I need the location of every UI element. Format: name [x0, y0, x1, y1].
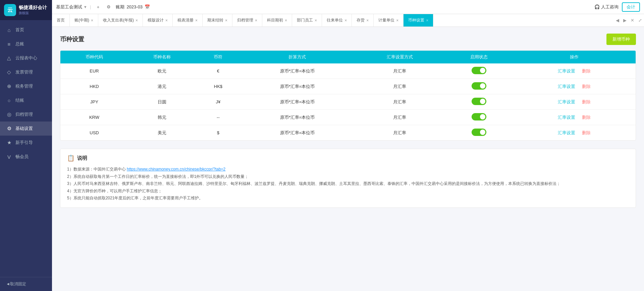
sidebar-item-member[interactable]: V 畅会员 — [0, 150, 52, 164]
tab-close-period-end[interactable]: × — [225, 18, 227, 23]
delete-HKD[interactable]: 删除 — [582, 84, 591, 89]
tab-home[interactable]: 首页 — [52, 14, 70, 27]
tab-close-currency[interactable]: × — [426, 18, 428, 23]
tab-label-subject-init: 科目期初 — [267, 17, 283, 23]
user-role-button[interactable]: 会计 — [622, 2, 640, 12]
cell-4-1: 美元 — [128, 125, 196, 141]
sidebar-item-settlement[interactable]: ○ 结账 — [0, 93, 52, 107]
sidebar-item-settings[interactable]: ⚙ 基础设置 — [0, 122, 52, 136]
header-row: 币种代码币种名称币符折算方式汇率设置方式启用状态操作 — [60, 51, 636, 63]
tab-close-dept-staff[interactable]: × — [315, 18, 317, 23]
tab-scroll-left[interactable]: ◀ — [614, 14, 621, 27]
tab-label-archive-mgmt: 归档管理 — [237, 17, 253, 23]
tab-close-taxclear[interactable]: × — [195, 18, 198, 23]
tab-period-end[interactable]: 期末结转 × — [203, 14, 232, 27]
sidebar-item-tax[interactable]: ⊕ 税务管理 — [0, 79, 52, 93]
tab-close-inventory[interactable]: × — [366, 18, 369, 23]
table-header: 币种代码币种名称币符折算方式汇率设置方式启用状态操作 — [60, 51, 636, 63]
tab-income[interactable]: 收入支出表(年报) × — [98, 14, 143, 27]
cell-4-4: 月汇率 — [354, 125, 445, 141]
table-row: USD美元$原币*汇率=本位币月汇率 汇率设置 删除 — [60, 125, 636, 141]
ledger-icon: ≡ — [6, 41, 12, 47]
tab-currency[interactable]: 币种设置 × — [404, 14, 433, 27]
main-area: 基层工会测试 ▾ | ＋ ⚙ 账期 2023-03 📅 🎧 人工咨询 会计 首页… — [52, 0, 644, 291]
tab-label-home: 首页 — [57, 17, 65, 23]
delete-USD[interactable]: 删除 — [582, 130, 591, 135]
tax-icon: ⊕ — [6, 83, 12, 89]
sidebar-item-home[interactable]: ⌂ 首页 — [0, 23, 52, 37]
period-value: 2023-03 — [126, 4, 143, 9]
cell-0-4: 月汇率 — [354, 63, 445, 79]
toggle-JPY[interactable] — [472, 98, 486, 105]
content-area: 币种设置 新增币种 币种代码币种名称币符折算方式汇率设置方式启用状态操作 EUR… — [52, 27, 644, 291]
calendar-icon[interactable]: 📅 — [145, 4, 150, 9]
table-row: HKD港元HK$原币*汇率=本位币月汇率 汇率设置 删除 — [60, 79, 636, 94]
support-button[interactable]: 🎧 人工咨询 — [594, 4, 619, 10]
rate-settings-HKD[interactable]: 汇率设置 — [558, 84, 575, 89]
cell-1-2: HK$ — [196, 79, 240, 94]
tab-subject-init[interactable]: 科目期初 × — [262, 14, 292, 27]
delete-JPY[interactable]: 删除 — [582, 99, 591, 104]
tab-close-income[interactable]: × — [136, 18, 138, 23]
tab-close-archive-mgmt[interactable]: × — [255, 18, 257, 23]
tab-inventory[interactable]: 存货 × — [352, 14, 374, 27]
close-all-tabs-button[interactable]: ✕ — [629, 14, 636, 27]
tab-scroll-right[interactable]: ▶ — [621, 14, 629, 27]
project-dropdown-icon[interactable]: ▾ — [84, 4, 87, 9]
toggle-USD[interactable] — [472, 129, 486, 136]
tab-close-subject-init[interactable]: × — [285, 18, 287, 23]
toggle-KRW[interactable] — [472, 113, 486, 120]
delete-KRW[interactable]: 删除 — [582, 115, 591, 120]
cell-2-2: J¥ — [196, 94, 240, 110]
toggle-HKD[interactable] — [472, 82, 486, 90]
sidebar-item-reports[interactable]: △ 云报表中心 — [0, 51, 52, 65]
tab-dept-staff[interactable]: 部门员工 × — [292, 14, 322, 27]
settings-gear-icon[interactable]: ⚙ — [105, 3, 112, 11]
note-item-4: 5）系统只能自动抓取2021年度后的汇率，之前年度汇率需要用户手工维护。 — [67, 195, 629, 202]
note-link[interactable]: https://www.chinamoney.com.cn/chinese/bk… — [127, 167, 225, 172]
sidebar-item-invoice[interactable]: ◇ 发票管理 — [0, 65, 52, 79]
cell-2-1: 日圆 — [128, 94, 196, 110]
sidebar-item-ledger[interactable]: ≡ 总账 — [0, 37, 52, 51]
delete-EUR[interactable]: 删除 — [582, 68, 591, 74]
topbar-project[interactable]: 基层工会测试 ▾ — [56, 4, 87, 10]
sidebar-item-archive[interactable]: ◎ 归档管理 — [0, 107, 52, 122]
tab-label-template: 模版设计 — [148, 17, 164, 23]
tab-close-unit[interactable]: × — [396, 18, 398, 23]
tab-balance[interactable]: 账(中期) × — [70, 14, 98, 27]
tab-archive-mgmt[interactable]: 归档管理 × — [232, 14, 262, 27]
cell-actions-3: 汇率设置 删除 — [513, 110, 636, 125]
expand-icon[interactable]: ⤢ — [636, 14, 644, 27]
tab-unit[interactable]: 计量单位 × — [374, 14, 404, 27]
topbar: 基层工会测试 ▾ | ＋ ⚙ 账期 2023-03 📅 🎧 人工咨询 会计 — [52, 0, 644, 14]
period-label: 账期 — [116, 4, 124, 10]
note-item-1: 2）系统自动获取每月第一个工作日的汇率标价，统一为直接标价法，即1外币可以兑换的… — [67, 173, 629, 181]
rate-settings-USD[interactable]: 汇率设置 — [558, 130, 575, 135]
tab-close-balance[interactable]: × — [91, 18, 93, 23]
new-currency-button[interactable]: 新增币种 — [606, 34, 636, 45]
col-header-汇率设置方式: 汇率设置方式 — [354, 51, 445, 63]
toggle-EUR[interactable] — [472, 67, 486, 74]
tab-close-template[interactable]: × — [165, 18, 168, 23]
tab-close-partner[interactable]: × — [344, 18, 347, 23]
col-header-折算方式: 折算方式 — [240, 51, 354, 63]
tab-taxclear[interactable]: 税表清册 × — [173, 14, 203, 27]
app-logo-icon: 云 — [4, 4, 16, 16]
app-title: 畅捷通好会计 — [19, 5, 47, 11]
guide-icon: ★ — [6, 140, 12, 146]
sidebar-pin-toggle[interactable]: ◄取消固定 — [0, 277, 52, 291]
rate-settings-KRW[interactable]: 汇率设置 — [558, 115, 575, 120]
note-section: 📋 说明 1）数据来源：中国外汇交易中心 https://www.chinamo… — [60, 149, 636, 208]
tab-partner[interactable]: 往来单位 × — [322, 14, 352, 27]
col-header-币种名称: 币种名称 — [128, 51, 196, 63]
sidebar-label-invoice: 发票管理 — [15, 69, 33, 75]
cell-4-0: USD — [60, 125, 128, 141]
rate-settings-JPY[interactable]: 汇率设置 — [558, 99, 575, 104]
tab-label-dept-staff: 部门员工 — [297, 17, 313, 23]
note-item-2: 3）人民币对马来西亚林吉特、俄罗斯卢布、南非兰特、韩元、阿联酋迪拉姆、沙特里亚尔… — [67, 180, 629, 188]
sidebar-item-guide[interactable]: ★ 新手引导 — [0, 136, 52, 150]
tab-template[interactable]: 模版设计 × — [143, 14, 173, 27]
add-project-button[interactable]: ＋ — [94, 3, 102, 11]
support-label: 人工咨询 — [601, 4, 619, 10]
rate-settings-EUR[interactable]: 汇率设置 — [558, 68, 575, 74]
